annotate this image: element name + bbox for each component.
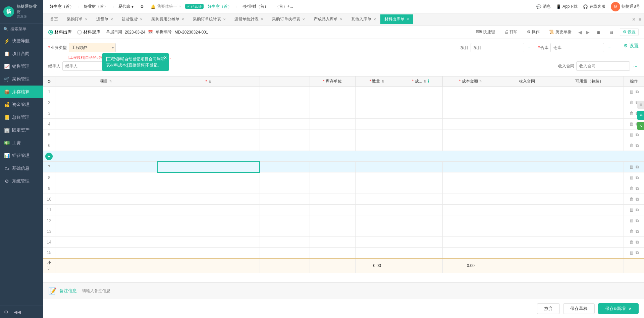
cell-available-13[interactable]: [555, 226, 624, 237]
cell-cost-amount-4[interactable]: [443, 119, 499, 129]
cell-available-15[interactable]: [555, 248, 624, 258]
cell-material-1[interactable]: [157, 87, 260, 97]
cell-cost-12[interactable]: [399, 215, 442, 226]
sidebar-item-assets[interactable]: 🏢 固定资产: [0, 124, 43, 137]
cell-spec-4[interactable]: [260, 119, 310, 129]
copy-row-8[interactable]: ⧉: [636, 175, 639, 180]
cell-available-6[interactable]: [555, 140, 624, 151]
view-list-btn[interactable]: ▤: [607, 29, 616, 36]
cell-unit-3[interactable]: [310, 108, 355, 119]
tab-close-purchase-expense[interactable]: ✕: [181, 17, 184, 21]
cell-unit-10[interactable]: [310, 194, 355, 205]
cell-spec-14[interactable]: [260, 237, 310, 248]
cell-cost-amount-12[interactable]: [443, 215, 499, 226]
income-contract-dots[interactable]: ···: [632, 63, 639, 69]
tooltip-close-icon[interactable]: ✕: [164, 55, 167, 61]
cell-qty-2[interactable]: [355, 97, 399, 108]
right-float-btn-2[interactable]: ✏: [637, 111, 644, 120]
cell-material-7[interactable]: [157, 162, 260, 172]
cell-unit-14[interactable]: [310, 237, 355, 248]
cell-spec-2[interactable]: [260, 97, 310, 108]
cell-available-4[interactable]: [555, 119, 624, 129]
delete-row-12[interactable]: 🗑: [629, 218, 634, 223]
sort-cost-icon[interactable]: ⇅: [424, 80, 426, 83]
cell-cost-8[interactable]: [399, 172, 442, 183]
cell-spec-6[interactable]: [260, 140, 310, 151]
cell-qty-9[interactable]: [355, 183, 399, 194]
sidebar-item-sales[interactable]: 📈 销售管理: [0, 60, 43, 73]
tab-product-in[interactable]: 产成品入库单 ✕: [309, 14, 347, 24]
delete-row-8[interactable]: 🗑: [629, 175, 634, 180]
cell-qty-13[interactable]: [355, 226, 399, 237]
tab-close-other-in[interactable]: ✕: [373, 17, 376, 21]
cell-cost-amount-15[interactable]: [443, 248, 499, 258]
view-grid-btn[interactable]: ▦: [594, 29, 603, 36]
delete-row-15[interactable]: 🗑: [629, 250, 634, 255]
cell-project-1[interactable]: [55, 87, 157, 97]
tab-incoming[interactable]: 进货单 ✕: [92, 14, 117, 24]
copy-row-6[interactable]: ⧉: [636, 143, 639, 148]
tab-purchase-exec[interactable]: 采购订单执行表 ✕: [268, 14, 309, 24]
cell-project-14[interactable]: [55, 237, 157, 248]
sidebar-item-system[interactable]: ⚙ 系统管理: [0, 175, 43, 188]
cell-available-11[interactable]: [555, 205, 624, 215]
tab-close-purchase-exec[interactable]: ✕: [302, 17, 305, 21]
cell-project-6[interactable]: [55, 140, 157, 151]
cell-cost-5[interactable]: [399, 129, 442, 140]
tab-material-out[interactable]: 材料出库单 ✕: [380, 14, 413, 24]
sidebar-item-payroll[interactable]: 💵 工资: [0, 137, 43, 149]
top-nav-settings[interactable]: ⚙: [138, 3, 147, 10]
cell-spec-7[interactable]: [260, 162, 310, 172]
tab-close-material-out[interactable]: ✕: [407, 17, 409, 21]
th-spec[interactable]: [260, 76, 310, 87]
cell-available-7[interactable]: [555, 162, 624, 172]
delete-row-2[interactable]: 🗑: [629, 100, 634, 105]
biz-type-input[interactable]: [69, 43, 116, 52]
cell-income-contract-9[interactable]: [499, 183, 555, 194]
next-record-btn[interactable]: ▶: [586, 30, 590, 35]
cell-unit-5[interactable]: [310, 129, 355, 140]
cell-project-15[interactable]: [55, 248, 157, 258]
cell-spec-10[interactable]: [260, 194, 310, 205]
cell-unit-4[interactable]: [310, 119, 355, 129]
shortcut-btn[interactable]: ⌨ 快捷键: [473, 28, 497, 36]
cell-spec-11[interactable]: [260, 205, 310, 215]
cell-cost-amount-9[interactable]: [443, 183, 499, 194]
cell-material-9[interactable]: [157, 183, 260, 194]
project-dots[interactable]: ···: [526, 45, 533, 50]
copy-row-14[interactable]: ⧉: [636, 240, 639, 245]
cell-unit-6[interactable]: [310, 140, 355, 151]
discard-button[interactable]: 放弃: [537, 303, 560, 314]
cell-cost-14[interactable]: [399, 237, 442, 248]
delete-row-4[interactable]: 🗑: [629, 121, 634, 126]
cell-available-10[interactable]: [555, 194, 624, 205]
sort-qty-icon[interactable]: ⇅: [382, 80, 384, 83]
th-project[interactable]: 项目 ⇅: [55, 76, 157, 87]
cell-available-12[interactable]: [555, 215, 624, 226]
copy-row-15[interactable]: ⧉: [636, 250, 639, 255]
cell-qty-6[interactable]: [355, 140, 399, 151]
cell-unit-8[interactable]: [310, 172, 355, 183]
cell-project-2[interactable]: [55, 97, 157, 108]
sort-cost-amount-icon[interactable]: ⇅: [479, 80, 482, 83]
tab-more[interactable]: ≡: [639, 17, 641, 22]
tab-incoming-stats[interactable]: 进货单统计表 ✕: [230, 14, 268, 24]
cell-project-11[interactable]: [55, 205, 157, 215]
tab-home[interactable]: 首页: [46, 14, 62, 24]
cell-material-3[interactable]: [157, 108, 260, 119]
cell-unit-2[interactable]: [310, 97, 355, 108]
cell-income-contract-3[interactable]: [499, 108, 555, 119]
cell-material-5[interactable]: [157, 129, 260, 140]
radio-material-return[interactable]: 材料退库: [77, 29, 101, 35]
tab-close-purchase-order[interactable]: ✕: [85, 17, 88, 21]
cell-cost-amount-10[interactable]: [443, 194, 499, 205]
tab-close-incoming[interactable]: ✕: [110, 17, 113, 21]
cell-cost-amount-2[interactable]: [443, 97, 499, 108]
delete-row-1[interactable]: 🗑: [629, 89, 634, 94]
copy-row-5[interactable]: ⧉: [636, 132, 639, 138]
online-service-btn[interactable]: 🎧 在线客服: [583, 4, 605, 9]
cell-material-11[interactable]: [157, 205, 260, 215]
cell-project-13[interactable]: [55, 226, 157, 237]
tab-purchase-stats[interactable]: 采购订单统计表 ✕: [189, 14, 230, 24]
top-nav-haoye[interactable]: 好业财（首）: [81, 3, 111, 10]
